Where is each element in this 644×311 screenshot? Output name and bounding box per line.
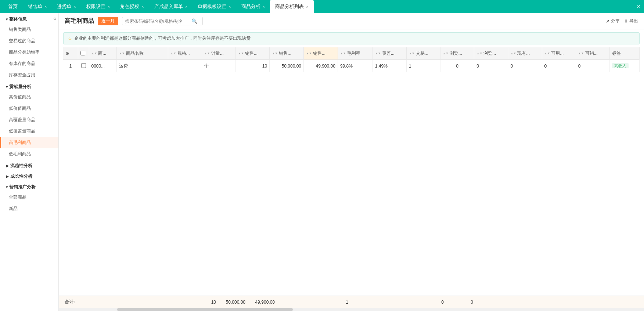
search-input[interactable] xyxy=(125,19,191,24)
sort-icon[interactable]: ▲▼ xyxy=(510,52,516,55)
nav-product-analysis-list[interactable]: 商品分析列表 × xyxy=(270,0,313,13)
nav-purchase-order[interactable]: 进货单 × xyxy=(52,0,81,13)
close-all-tabs-button[interactable]: × xyxy=(637,3,640,10)
sort-icon[interactable]: ▲▼ xyxy=(578,52,584,55)
sidebar-item-stocked-goods[interactable]: 有库存的商品 xyxy=(0,58,58,69)
close-icon[interactable]: × xyxy=(263,4,265,9)
browse1-link[interactable]: 0 xyxy=(456,64,458,69)
sidebar-item-all-goods[interactable]: 全部商品 xyxy=(0,192,58,203)
sidebar-item-low-value[interactable]: 低价值商品 xyxy=(0,103,58,114)
row-select-checkbox[interactable] xyxy=(81,63,86,68)
sort-icon[interactable]: ▲▼ xyxy=(306,52,312,55)
col-sales-qty: ▲▼销售... xyxy=(236,47,270,60)
sidebar-group-overall-info[interactable]: ▾ 整体信息 xyxy=(0,13,58,24)
sort-icon[interactable]: ▲▼ xyxy=(476,52,482,55)
sort-icon[interactable]: ▲▼ xyxy=(204,52,210,55)
row-sellable: 0 xyxy=(576,60,609,72)
sidebar-group-contribution[interactable]: ▾ 贡献量分析 xyxy=(0,81,58,91)
sort-icon[interactable]: ▲▼ xyxy=(409,52,415,55)
footer-val1: 0 xyxy=(417,300,446,305)
scrollbar-thumb[interactable] xyxy=(117,308,293,311)
sort-icon[interactable]: ▲▼ xyxy=(272,52,278,55)
horizontal-scrollbar[interactable] xyxy=(59,308,644,311)
sidebar-item-traded-goods[interactable]: 交易过的商品 xyxy=(0,35,58,47)
sort-icon[interactable]: ▲▼ xyxy=(340,52,346,55)
search-icon[interactable]: 🔍 xyxy=(191,18,197,24)
col-settings[interactable]: ⚙ xyxy=(63,47,78,60)
arrow-icon: ▶ xyxy=(6,174,9,178)
arrow-icon: ▾ xyxy=(6,185,8,189)
page-title: 高毛利商品 xyxy=(65,17,94,25)
row-unit: 个 xyxy=(202,60,235,72)
row-no: 1 xyxy=(63,60,78,72)
arrow-icon: ▶ xyxy=(6,164,9,168)
close-icon[interactable]: × xyxy=(306,4,308,9)
sidebar-item-stock-capital[interactable]: 库存资金占用 xyxy=(0,69,58,81)
table-row: 1 0000... 运费 个 10 50,000.00 49,900.00 99… xyxy=(63,60,640,72)
tag-badge: 高收入 xyxy=(612,63,629,68)
filter-month-button[interactable]: 近一月 xyxy=(98,17,118,25)
nav-finished-goods[interactable]: 产成品入库单 × xyxy=(149,0,193,13)
footer-sales-amt: 50,000.00 xyxy=(218,300,248,305)
nav-product-analysis[interactable]: 商品分析 × xyxy=(236,0,270,13)
col-no: ▲▼商... xyxy=(89,47,116,60)
close-icon[interactable]: × xyxy=(185,4,187,9)
sidebar-item-high-coverage[interactable]: 高覆盖量商品 xyxy=(0,114,58,126)
content-area: 高毛利商品 近一月 🔍 ↗ 分享 ⬇ 导出 ☆ 企业的主要的利润都是这部分商品创… xyxy=(59,13,644,311)
row-sales-amt: 50,000.00 xyxy=(270,60,304,72)
col-available: ▲▼可用... xyxy=(542,47,576,60)
nav-sales-order[interactable]: 销售单 × xyxy=(23,0,52,13)
sidebar-item-high-margin[interactable]: 高毛利商品 xyxy=(0,137,58,148)
share-button[interactable]: ↗ 分享 xyxy=(606,18,620,24)
sort-icon[interactable]: ▲▼ xyxy=(544,52,550,55)
sort-icon[interactable]: ▲▼ xyxy=(443,52,449,55)
sidebar-group-marketing[interactable]: ▾ 营销推广分析 xyxy=(0,181,58,192)
col-unit: ▲▼计量... xyxy=(202,47,235,60)
sidebar-group-trend[interactable]: ▶ 流趋性分析 xyxy=(0,160,58,170)
sidebar-item-category-rate[interactable]: 商品分类助销率 xyxy=(0,47,58,58)
table-header-row: ⚙ ▲▼商... ▲▼商品名称 ▲▼规格... ▲▼计量... ▲▼销售... … xyxy=(63,47,640,60)
col-spec: ▲▼规格... xyxy=(168,47,202,60)
arrow-icon: ▾ xyxy=(6,85,8,89)
sidebar-item-new-goods[interactable]: 新品 xyxy=(0,203,58,214)
col-checkbox-header[interactable] xyxy=(78,47,89,60)
col-sales-amt2: ▲▼销售... xyxy=(304,47,338,60)
sort-icon[interactable]: ▲▼ xyxy=(238,52,244,55)
row-gross-rate: 99.8% xyxy=(338,60,373,72)
sidebar: « ▾ 整体信息 销售类商品 交易过的商品 商品分类助销率 有库存的商品 库存资… xyxy=(0,13,59,311)
close-icon[interactable]: × xyxy=(44,4,47,9)
sidebar-item-low-coverage[interactable]: 低覆盖量商品 xyxy=(0,126,58,137)
close-icon[interactable]: × xyxy=(141,4,144,9)
sidebar-group-growth[interactable]: ▶ 成长性分析 xyxy=(0,170,58,181)
sort-icon[interactable]: ▲▼ xyxy=(170,52,176,55)
sort-icon[interactable]: ▲▼ xyxy=(119,52,125,55)
footer-label: 合计: xyxy=(65,299,75,305)
col-gross-rate: ▲▼毛利率 xyxy=(338,47,373,60)
sort-icon[interactable]: ▲▼ xyxy=(375,52,381,55)
row-browse1: 0 xyxy=(440,60,474,72)
row-checkbox[interactable] xyxy=(78,60,89,72)
share-icon: ↗ xyxy=(606,19,609,24)
close-icon[interactable]: × xyxy=(108,4,110,9)
row-sales-amt2: 49,900.00 xyxy=(304,60,338,72)
sidebar-item-low-margin[interactable]: 低毛利商品 xyxy=(0,148,58,160)
sidebar-collapse-button[interactable]: « xyxy=(53,15,56,21)
nav-home[interactable]: 首页 xyxy=(3,0,23,13)
nav-permission-settings[interactable]: 权限设置 × xyxy=(81,0,115,13)
export-icon: ⬇ xyxy=(624,19,628,24)
col-sellable: ▲▼可销... xyxy=(576,47,609,60)
footer-sales-qty: 10 xyxy=(189,300,218,305)
col-browse2: ▲▼浏览... xyxy=(474,47,508,60)
sidebar-item-sales-goods[interactable]: 销售类商品 xyxy=(0,24,58,35)
close-icon[interactable]: × xyxy=(73,4,76,9)
nav-template-settings[interactable]: 单据模板设置 × xyxy=(193,0,236,13)
tip-icon: ☆ xyxy=(68,36,72,41)
sort-icon[interactable]: ▲▼ xyxy=(91,52,97,55)
header-actions: ↗ 分享 ⬇ 导出 xyxy=(606,18,638,24)
export-button[interactable]: ⬇ 导出 xyxy=(624,18,638,24)
col-current: ▲▼现有... xyxy=(508,47,542,60)
nav-role-auth[interactable]: 角色授权 × xyxy=(115,0,149,13)
select-all-checkbox[interactable] xyxy=(80,51,85,55)
close-icon[interactable]: × xyxy=(229,4,231,9)
sidebar-item-high-value[interactable]: 高价值商品 xyxy=(0,91,58,103)
